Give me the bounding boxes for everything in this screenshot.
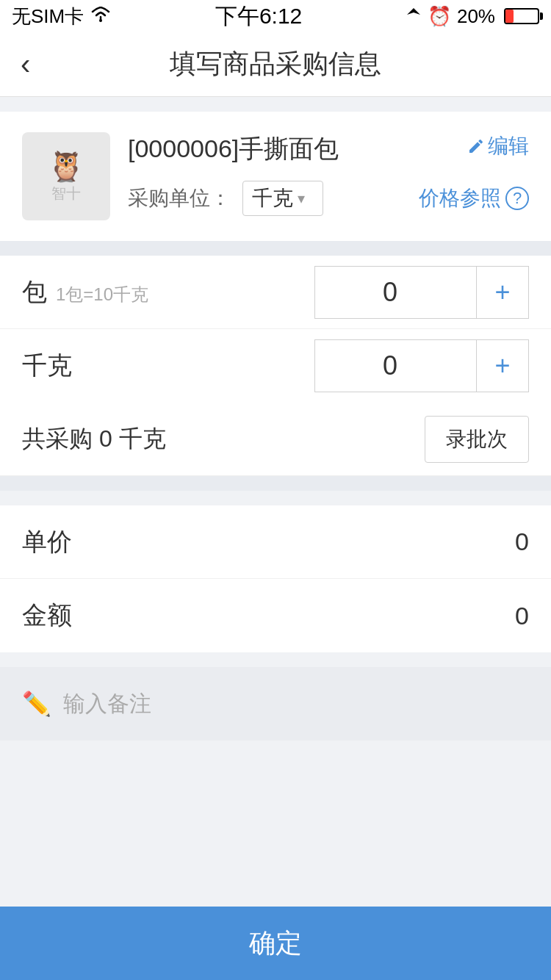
kg-controls: +	[314, 339, 529, 392]
bag-label: 包 1包=10千克	[22, 275, 148, 309]
product-name: [0000006]手撕面包	[128, 132, 339, 166]
bag-increment-button[interactable]: +	[476, 266, 529, 319]
summary-text: 共采购 0 千克	[22, 423, 166, 455]
help-icon: ?	[505, 187, 529, 210]
price-ref-button[interactable]: 价格参照 ?	[419, 184, 529, 212]
alarm-icon: ⏰	[428, 5, 451, 28]
unit-value: 千克	[252, 184, 293, 212]
kg-quantity-input[interactable]	[314, 339, 476, 392]
purchase-unit-label: 采购单位：	[128, 184, 231, 212]
owl-icon: 🦉	[48, 149, 84, 184]
product-info: [0000006]手撕面包 编辑 采购单位： 千克 ▾ 价格参照 ?	[128, 132, 529, 216]
status-bar: 无SIM卡 下午6:12 ⏰ 20%	[0, 0, 551, 32]
kg-increment-button[interactable]: +	[476, 339, 529, 392]
pencil-icon: ✏️	[22, 690, 51, 718]
section-divider-1	[0, 241, 551, 256]
location-icon	[406, 5, 422, 28]
battery-percent: 20%	[457, 5, 495, 28]
bag-quantity-input[interactable]	[314, 266, 476, 319]
unit-price-row: 单价 0	[0, 505, 551, 579]
unit-select[interactable]: 千克 ▾	[242, 181, 323, 216]
unit-price-value: 0	[515, 527, 529, 556]
bag-sublabel: 1包=10千克	[56, 283, 148, 306]
confirm-button[interactable]: 确定	[0, 907, 551, 980]
main-content: 🦉 智十 [0000006]手撕面包 编辑 采购单位： 千克 ▾	[0, 112, 551, 961]
amount-label: 金额	[22, 599, 72, 633]
price-section: 单价 0 金额 0	[0, 505, 551, 652]
bag-label-text: 包	[22, 275, 47, 309]
purchase-unit-row: 采购单位： 千克 ▾ 价格参照 ?	[128, 181, 529, 216]
product-image: 🦉 智十	[22, 132, 110, 220]
product-card: 🦉 智十 [0000006]手撕面包 编辑 采购单位： 千克 ▾	[0, 112, 551, 241]
product-header: [0000006]手撕面包 编辑	[128, 132, 529, 166]
batch-button[interactable]: 录批次	[425, 416, 529, 463]
notes-placeholder: 输入备注	[63, 689, 151, 719]
summary-row: 共采购 0 千克 录批次	[0, 403, 551, 476]
amount-value: 0	[515, 602, 529, 630]
notes-section[interactable]: ✏️ 输入备注	[0, 667, 551, 741]
unit-price-label: 单价	[22, 525, 72, 559]
time-display: 下午6:12	[215, 1, 302, 32]
page-title: 填写商品采购信息	[170, 46, 381, 82]
carrier-text: 无SIM卡	[12, 4, 84, 29]
battery-icon	[504, 8, 539, 24]
kg-label: 千克	[22, 349, 72, 383]
status-left: 无SIM卡	[12, 4, 112, 29]
bag-controls: +	[314, 266, 529, 319]
section-divider-2	[0, 476, 551, 491]
bag-input-row: 包 1包=10千克 +	[0, 256, 551, 329]
input-section: 包 1包=10千克 + 千克 +	[0, 256, 551, 403]
kg-input-row: 千克 +	[0, 329, 551, 403]
edit-button[interactable]: 编辑	[467, 132, 529, 160]
product-logo: 🦉 智十	[48, 149, 84, 203]
svg-point-0	[99, 19, 102, 22]
back-button[interactable]: ‹	[21, 48, 30, 81]
owl-text: 智十	[51, 184, 81, 203]
amount-row: 金额 0	[0, 579, 551, 652]
wifi-icon	[90, 5, 112, 28]
edit-label: 编辑	[488, 132, 529, 160]
help-text: ?	[513, 189, 522, 208]
kg-label-text: 千克	[22, 349, 72, 383]
nav-bar: ‹ 填写商品采购信息	[0, 32, 551, 97]
price-ref-label: 价格参照	[419, 184, 501, 212]
status-right: ⏰ 20%	[406, 5, 539, 28]
chevron-down-icon: ▾	[298, 190, 305, 207]
